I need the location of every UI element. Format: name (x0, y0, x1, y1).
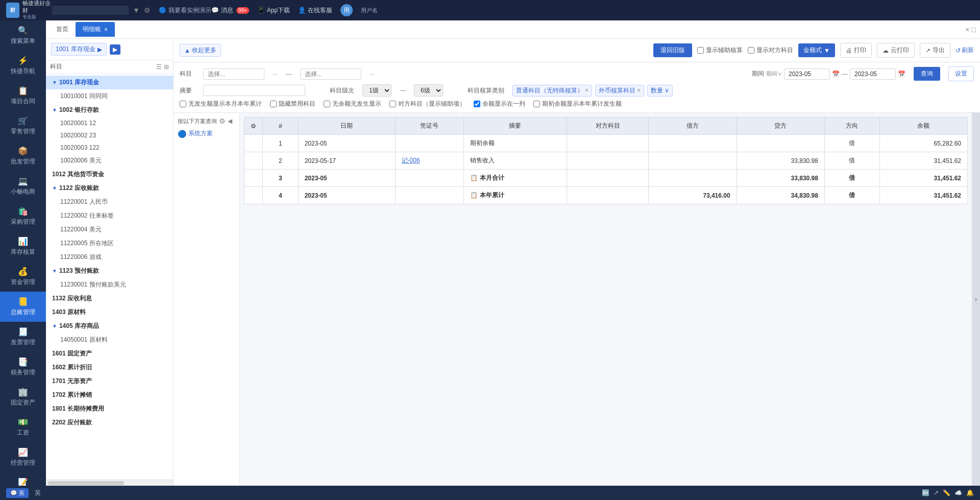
tree-item-1601[interactable]: 1601 固定资产 (46, 347, 173, 361)
tag3-dropdown-icon[interactable]: ∨ (665, 87, 669, 94)
status-icon-3[interactable]: ✏️ (943, 489, 950, 496)
user-avatar[interactable]: 用 (340, 4, 353, 16)
tree-item-1123[interactable]: ▼ 1123 预付账款 (46, 264, 173, 278)
tree-item-1132[interactable]: 1132 应收利息 (46, 292, 173, 305)
sidebar-item-invoice[interactable]: 🧾 发票管理 (0, 322, 46, 352)
tree-item-10010001[interactable]: 10010001 同同同 (46, 89, 173, 103)
tree-item-11220006[interactable]: 11220006 游戏 (46, 250, 173, 264)
tree-item-2202[interactable]: 2202 应付账款 (46, 416, 173, 430)
sidebar-item-assets[interactable]: 🏢 固定资产 (0, 382, 46, 412)
message-btn[interactable]: 💬 消息 99+ (211, 6, 249, 15)
refresh-btn[interactable]: ↺ 刷新 (955, 46, 974, 55)
tree-item-1122[interactable]: ▼ 1122 应收账款 (46, 181, 173, 195)
sidebar-item-quicknav[interactable]: ⚡ 快捷导航 (0, 51, 46, 81)
sidebar-item-operations[interactable]: 📈 经营管理 (0, 442, 46, 472)
settings-btn[interactable]: 设置 (948, 66, 974, 81)
status-icon-4[interactable]: ☁️ (954, 489, 962, 496)
subject-more-icon2[interactable]: ··· (370, 70, 375, 78)
tree-item-1701[interactable]: 1701 无形资产 (46, 374, 173, 388)
period-start-input[interactable] (784, 68, 830, 80)
sidebar-item-xcsales[interactable]: 📝 小畅报销 (0, 472, 46, 486)
subject-input2[interactable] (300, 68, 361, 80)
tab-maximize-btn[interactable]: □ (972, 26, 976, 34)
query-btn[interactable]: 查询 (914, 67, 940, 81)
tree-item-1012[interactable]: 1012 其他货币资金 (46, 168, 173, 181)
opening-input[interactable] (533, 101, 540, 107)
list-view-icon[interactable]: ☰ (156, 63, 162, 70)
summary-input[interactable] (203, 85, 305, 96)
checkbox-opening[interactable]: 期初余额显示本年累计发生额 (533, 100, 622, 108)
tree-item-11220005[interactable]: 11220005 所在地区 (46, 236, 173, 250)
tab-close-window-btn[interactable]: × (965, 26, 969, 34)
balance-one-col-input[interactable] (474, 101, 480, 107)
tree-item-1403[interactable]: 1403 原材料 (46, 305, 173, 319)
tree-item-1405[interactable]: ▼ 1405 库存商品 (46, 319, 173, 333)
tree-view-icon[interactable]: ⊞ (164, 63, 169, 70)
print-btn[interactable]: 🖨 打印 (840, 43, 872, 58)
demo-link[interactable]: 🔵 我要看实例演示 (159, 6, 211, 15)
subject-input[interactable] (203, 68, 264, 80)
tree-item-1801[interactable]: 1801 长期待摊费用 (46, 402, 173, 416)
tag1-remove-btn[interactable]: × (585, 87, 589, 94)
mode-btn[interactable]: 金额式 ▼ (798, 43, 835, 57)
subject-more-icon[interactable]: ··· (273, 70, 278, 78)
search-dropdown-icon[interactable]: ▼ (133, 6, 140, 14)
sidebar-item-capital[interactable]: 💰 资金管理 (0, 261, 46, 292)
expand-btn[interactable]: ▶ (110, 44, 120, 55)
tree-item-10020003[interactable]: 10020003 122 (46, 141, 173, 154)
level-end-select[interactable]: 6级5级4级 (414, 84, 443, 97)
tab-ledger[interactable]: 明细账 × (76, 22, 115, 37)
kemu-tag-2[interactable]: 外币核算科目 × (595, 85, 644, 97)
checkbox-hide-disabled[interactable]: 隐藏禁用科目 (270, 100, 315, 108)
account-tag[interactable]: 1001 库存现金 ▶ (51, 43, 107, 56)
settings-icon[interactable]: ⚙ (144, 6, 151, 14)
status-icon-1[interactable]: 🔤 (922, 489, 929, 496)
period-start-cal-icon[interactable]: 📅 (832, 70, 840, 78)
level-start-select[interactable]: 1级2级3级 (362, 84, 391, 97)
sidebar-item-retail[interactable]: 🛒 零售管理 (0, 111, 46, 141)
tree-item-10020002[interactable]: 10020002 23 (46, 129, 173, 141)
cloud-print-btn[interactable]: ☁ 云打印 (877, 43, 915, 58)
expand-more-btn[interactable]: ▲ 收起更多 (180, 44, 221, 57)
sidebar-item-accounting[interactable]: 📒 总账管理 (0, 292, 46, 322)
aux-checkbox-input[interactable] (697, 47, 704, 54)
settings-gear-icon[interactable]: ⚙ (219, 117, 226, 125)
sidebar-item-payroll[interactable]: 💵 工资 (0, 412, 46, 442)
tree-item-14050001[interactable]: 14050001 原材料 (46, 333, 173, 347)
hide-disabled-input[interactable] (270, 101, 277, 107)
return-old-btn[interactable]: 退回旧版 (653, 43, 692, 57)
tree-item-1702[interactable]: 1702 累计摊销 (46, 388, 173, 402)
sidebar-item-wholesale[interactable]: 📦 批发管理 (0, 141, 46, 171)
sidebar-item-project[interactable]: 📋 项目合同 (0, 81, 46, 111)
tab-close-btn[interactable]: × (104, 26, 108, 33)
checkbox-no-balance[interactable]: 无余额无发生显示 (324, 100, 381, 108)
period-end-cal-icon[interactable]: 📅 (898, 70, 905, 78)
tree-item-1602[interactable]: 1602 累计折旧 (46, 361, 173, 374)
kemu-tag-1[interactable]: 普通科目（无特殊核算） × (512, 85, 592, 97)
col-settings[interactable]: ⚙ (244, 117, 263, 135)
sidebar-item-tax[interactable]: 📑 税务管理 (0, 352, 46, 382)
checkbox-contra[interactable]: 对方科目（显示辅助项） (389, 100, 465, 108)
tab-home[interactable]: 首页 (50, 22, 75, 37)
export-btn[interactable]: ↗ 导出 (920, 43, 950, 58)
tree-item-1002[interactable]: ▼ 1002 银行存款 (46, 103, 173, 117)
show-aux-checkbox[interactable]: 显示辅助核算 (697, 46, 743, 55)
status-icon-5[interactable]: 🔔 (966, 489, 974, 496)
online-service-btn[interactable]: 👤 在线客服 (298, 6, 332, 15)
sidebar-item-ecommerce[interactable]: 💻 小畅电商 (0, 171, 46, 201)
contra-input[interactable] (389, 101, 396, 107)
checkbox-balance-one-col[interactable]: 余额显示在一列 (474, 100, 525, 108)
checkbox-no-amount[interactable]: 无发生额显示本月本年累计 (180, 100, 262, 108)
tree-item-1001[interactable]: ▼ 1001 库存现金 (46, 76, 173, 89)
header-search-input[interactable] (52, 6, 129, 15)
no-balance-input[interactable] (324, 101, 330, 107)
show-contra-checkbox[interactable]: 显示对方科目 (748, 46, 793, 55)
kemu-tag-3[interactable]: 数量 ∨ (647, 85, 673, 97)
tree-item-11220001[interactable]: 11220001 人民币 (46, 195, 173, 209)
scroll-bar[interactable] (46, 480, 173, 486)
sidebar-item-purchase[interactable]: 🛍️ 采购管理 (0, 201, 46, 231)
tree-item-10020001[interactable]: 10020001 12 (46, 117, 173, 129)
no-amount-input[interactable] (180, 101, 186, 107)
status-chat-btn[interactable]: 💬 英 (6, 488, 29, 498)
sidebar-item-search[interactable]: 🔍 搜索菜单 (0, 20, 46, 51)
